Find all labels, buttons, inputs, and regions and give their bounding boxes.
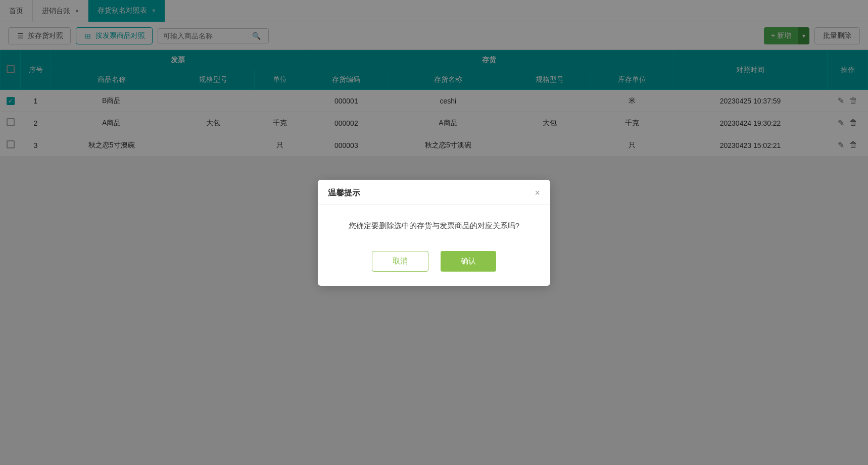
modal-overlay: 温馨提示 × 您确定要删除选中的存货与发票商品的对应关系吗? 取消 确认 [0,0,868,157]
